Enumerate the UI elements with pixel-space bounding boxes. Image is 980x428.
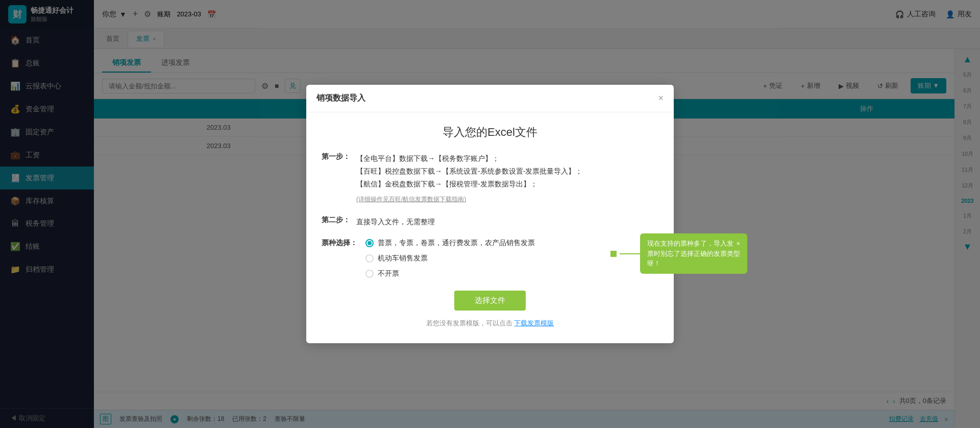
import-modal: 销项数据导入 × 导入您的Excel文件 第一步： 【全电平台】数据下载→【税务…: [306, 85, 674, 344]
tooltip-dot: [610, 251, 617, 257]
tooltip-close-btn[interactable]: ×: [736, 239, 740, 249]
radio-circle-1: [365, 239, 374, 247]
radio-item-1[interactable]: 普票，专票，卷票，通行费发票，农产品销售发票: [365, 239, 535, 248]
radio-circle-2: [365, 254, 374, 263]
tooltip-text: 现在支持的票种多了，导入发票时别忘了选择正确的发票类型呀！: [647, 240, 740, 267]
modal-ticket-selection: 票种选择： 普票，专票，卷票，通行费发票，农产品销售发票: [322, 239, 658, 278]
footer-text: 若您没有发票模版，可以点击: [426, 319, 512, 327]
tooltip-container: × 现在支持的票种多了，导入发票时别忘了选择正确的发票类型呀！: [610, 233, 747, 274]
radio-label-2: 机动车销售发票: [378, 254, 428, 263]
radio-group: 普票，专票，卷票，通行费发票，农产品销售发票 × 现在支持的票种多了，导入发票时…: [365, 239, 535, 278]
modal-step1: 第一步： 【全电平台】数据下载→【税务数字账户】； 【百旺】税控盘数据下载→【系…: [322, 152, 658, 206]
step1-line2: 【百旺】税控盘数据下载→【系统设置-系统参数设置-发票批量导入】；: [356, 165, 582, 178]
step1-content: 【全电平台】数据下载→【税务数字账户】； 【百旺】税控盘数据下载→【系统设置-系…: [356, 152, 582, 206]
modal-step2: 第二步： 直接导入文件，无需整理: [322, 216, 658, 228]
modal-header: 销项数据导入 ×: [306, 85, 674, 112]
step1-guide-link[interactable]: (详细操作见百旺/航信发票数据下载指南): [356, 196, 466, 203]
step1-line3: 【航信】金税盘数据下载→【报税管理-发票数据导出】；: [356, 178, 582, 191]
radio-label-1: 普票，专票，卷票，通行费发票，农产品销售发票: [378, 239, 535, 248]
select-file-btn[interactable]: 选择文件: [454, 291, 526, 311]
modal-body: 导入您的Excel文件 第一步： 【全电平台】数据下载→【税务数字账户】； 【百…: [306, 112, 674, 344]
download-template-link[interactable]: 下载发票模版: [514, 319, 554, 327]
radio-label-3: 不开票: [378, 269, 399, 278]
modal-close-btn[interactable]: ×: [658, 93, 664, 104]
step1-label: 第一步：: [322, 152, 350, 161]
tooltip-bubble: × 现在支持的票种多了，导入发票时别忘了选择正确的发票类型呀！: [640, 233, 747, 274]
modal-title: 销项数据导入: [316, 93, 365, 104]
modal-main-title: 导入您的Excel文件: [322, 125, 658, 140]
modal-overlay[interactable]: 销项数据导入 × 导入您的Excel文件 第一步： 【全电平台】数据下载→【税务…: [0, 0, 980, 428]
step1-line1: 【全电平台】数据下载→【税务数字账户】；: [356, 152, 582, 165]
radio-item-3[interactable]: 不开票: [365, 269, 535, 278]
radio-container-1: 普票，专票，卷票，通行费发票，农产品销售发票 × 现在支持的票种多了，导入发票时…: [365, 239, 535, 248]
modal-footer: 若您没有发票模版，可以点击 下载发票模版: [322, 319, 658, 328]
step2-content: 直接导入文件，无需整理: [356, 216, 435, 228]
tooltip-line: [620, 253, 640, 254]
ticket-label: 票种选择：: [322, 239, 357, 248]
radio-circle-3: [365, 270, 374, 278]
radio-item-2[interactable]: 机动车销售发票: [365, 254, 535, 263]
step2-label: 第二步：: [322, 216, 350, 225]
